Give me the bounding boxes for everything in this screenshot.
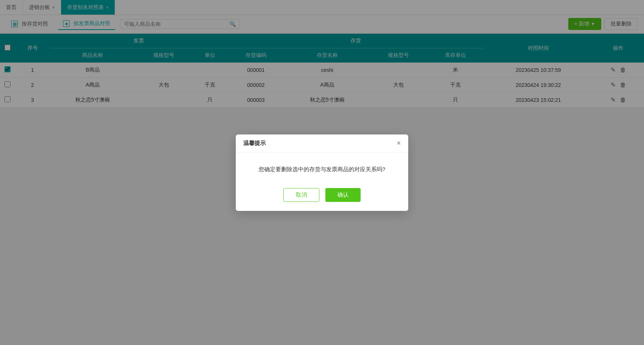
overlay: 温馨提示 × 您确定要删除选中的存货与发票商品的对应关系吗? 取消 确认 — [0, 0, 644, 108]
